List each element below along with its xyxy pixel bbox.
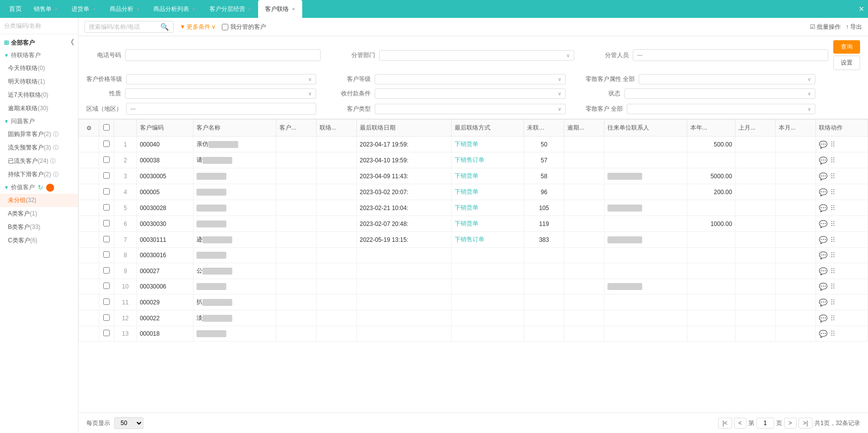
more-icon[interactable]: ⠿ (830, 188, 835, 196)
price-grade-select[interactable]: ∨ (126, 74, 316, 84)
query-btn[interactable]: 查询 (833, 40, 860, 54)
sidebar-item-pending-tomorrow[interactable]: 明天待联络(1) (0, 75, 78, 88)
message-icon[interactable]: 💬 (819, 172, 827, 180)
gear-th[interactable]: ⚙ (79, 120, 99, 137)
contact-type-link[interactable]: 下销货单 (455, 172, 478, 179)
more-icon[interactable]: ⠿ (830, 220, 835, 228)
last-month-th[interactable]: 上月... (735, 120, 776, 137)
last-contact-date-th[interactable]: 最后联络日期 (356, 120, 451, 137)
first-page-btn[interactable]: |< (718, 418, 732, 429)
contact-th[interactable]: 联络... (316, 120, 356, 137)
more-icon[interactable]: ⠿ (830, 330, 835, 338)
sidebar-item-pending-7days[interactable]: 近7天待联络(0) (0, 88, 78, 102)
refresh-icon[interactable]: ↻ (38, 184, 43, 191)
message-icon[interactable]: 💬 (819, 298, 827, 306)
sidebar-group-problem[interactable]: ▼ 问题客户 (0, 115, 78, 128)
message-icon[interactable]: 💬 (819, 330, 827, 338)
more-icon[interactable]: ⠿ (830, 172, 835, 180)
prev-page-btn[interactable]: < (734, 418, 746, 429)
more-icon[interactable]: ⠿ (830, 156, 835, 164)
checkbox-cell[interactable] (99, 263, 114, 279)
message-icon[interactable]: 💬 (819, 204, 827, 212)
batch-operation-btn[interactable]: ☑ 批量操作 (810, 23, 841, 31)
code-th[interactable]: 客户编码 (136, 120, 193, 137)
sidebar-item-churned[interactable]: 已流失客户(24) ⓘ (0, 154, 78, 168)
filter-search-icon[interactable]: 🔍 (160, 23, 169, 31)
this-month-th[interactable]: 本月... (775, 120, 815, 137)
checkbox-cell[interactable] (99, 152, 114, 168)
row-checkbox[interactable] (103, 172, 110, 179)
category-th[interactable]: 客户... (276, 120, 316, 137)
sidebar-group-value[interactable]: ▼ 价值客户 ↻ (0, 181, 78, 194)
checkbox-cell[interactable] (99, 310, 114, 326)
sidebar-group-pending[interactable]: ▼ 待联络客户 (0, 49, 78, 62)
tab-product-analysis-list-close[interactable]: × (192, 6, 195, 12)
checkbox-cell[interactable] (99, 326, 114, 342)
scatter-attr-select[interactable]: ∨ (639, 74, 815, 84)
checkbox-cell[interactable] (99, 216, 114, 232)
page-input[interactable] (756, 418, 774, 429)
last-contact-type-th[interactable]: 最后联络方式 (451, 120, 524, 137)
checkbox-cell[interactable] (99, 279, 114, 294)
sidebar-item-ungroued[interactable]: 未分组(32) (0, 194, 78, 207)
name-th[interactable]: 客户名称 (193, 120, 276, 137)
sidebar-item-abnormal[interactable]: 固购异常客户(2) ⓘ (0, 128, 78, 141)
reset-btn[interactable]: 设置 (833, 56, 860, 70)
next-page-btn[interactable]: > (784, 418, 797, 429)
select-all-checkbox[interactable] (103, 124, 110, 131)
all-customers-header[interactable]: ⊞ 全部客户 《 (0, 34, 78, 49)
tab-sales[interactable]: 销售单 × (27, 0, 65, 18)
contact-type-link[interactable]: 下销货单 (455, 204, 478, 211)
more-icon[interactable]: ⠿ (830, 298, 835, 306)
tab-product-analysis-close[interactable]: × (136, 6, 139, 12)
gear-icon[interactable]: ⚙ (86, 125, 92, 132)
no-contact-days-th[interactable]: 未联... (524, 120, 564, 137)
checkbox-cell[interactable] (99, 232, 114, 248)
row-checkbox[interactable] (103, 267, 110, 274)
more-icon[interactable]: ⠿ (830, 267, 835, 275)
sidebar-item-class-b[interactable]: B类客户(33) (0, 220, 78, 234)
tab-home[interactable]: 首页 (4, 4, 27, 13)
my-customers-check[interactable] (222, 24, 228, 30)
tab-purchase[interactable]: 进货单 × (65, 0, 102, 18)
message-icon[interactable]: 💬 (819, 283, 827, 290)
sidebar-item-churn-warning[interactable]: 流失预警客户(3) ⓘ (0, 141, 78, 154)
intercompany-contact-th[interactable]: 往来单位联系人 (604, 120, 687, 137)
collapse-icon[interactable]: 《 (67, 38, 74, 47)
last-page-btn[interactable]: >| (799, 418, 812, 429)
tab-customer-segment[interactable]: 客户分层经营 × (202, 0, 258, 18)
contact-type-link[interactable]: 下销货单 (455, 141, 478, 147)
row-checkbox[interactable] (103, 141, 110, 147)
more-icon[interactable]: ⠿ (830, 283, 835, 290)
overdue-th[interactable]: 逾期... (564, 120, 604, 137)
checkbox-cell[interactable] (99, 248, 114, 263)
window-close-icon[interactable]: × (859, 4, 864, 14)
customer-type-select[interactable]: ∨ (375, 104, 566, 114)
filter-search-box[interactable]: 🔍 (84, 21, 174, 33)
message-icon[interactable]: 💬 (819, 314, 827, 322)
row-checkbox[interactable] (103, 330, 110, 336)
tab-sales-close[interactable]: × (55, 6, 58, 12)
checkbox-cell[interactable] (99, 168, 114, 184)
dept-select[interactable]: ∨ (379, 50, 575, 61)
checkbox-cell[interactable] (99, 137, 114, 152)
message-icon[interactable]: 💬 (819, 267, 827, 275)
page-size-select[interactable]: 50 100 200 (114, 417, 143, 429)
tab-purchase-close[interactable]: × (92, 6, 95, 12)
checkbox-cell[interactable] (99, 184, 114, 200)
message-icon[interactable]: 💬 (819, 188, 827, 196)
message-icon[interactable]: 💬 (819, 236, 827, 244)
more-icon[interactable]: ⠿ (830, 141, 835, 148)
row-checkbox[interactable] (103, 251, 110, 258)
filter-search-input[interactable] (89, 23, 158, 30)
phone-input[interactable] (125, 49, 321, 61)
message-icon[interactable]: 💬 (819, 220, 827, 228)
more-icon[interactable]: ⠿ (830, 251, 835, 259)
sidebar-item-class-a[interactable]: A类客户(1) (0, 207, 78, 220)
row-checkbox[interactable] (103, 188, 110, 195)
sidebar-item-pending-today[interactable]: 今天待联络(0) (0, 62, 78, 75)
scatter-customer-select[interactable]: ∨ (627, 104, 815, 114)
tab-customer-contact[interactable]: 客户联络 × (258, 0, 302, 18)
payment-select[interactable]: ∨ (375, 88, 566, 99)
sidebar-search-input[interactable] (4, 22, 78, 29)
